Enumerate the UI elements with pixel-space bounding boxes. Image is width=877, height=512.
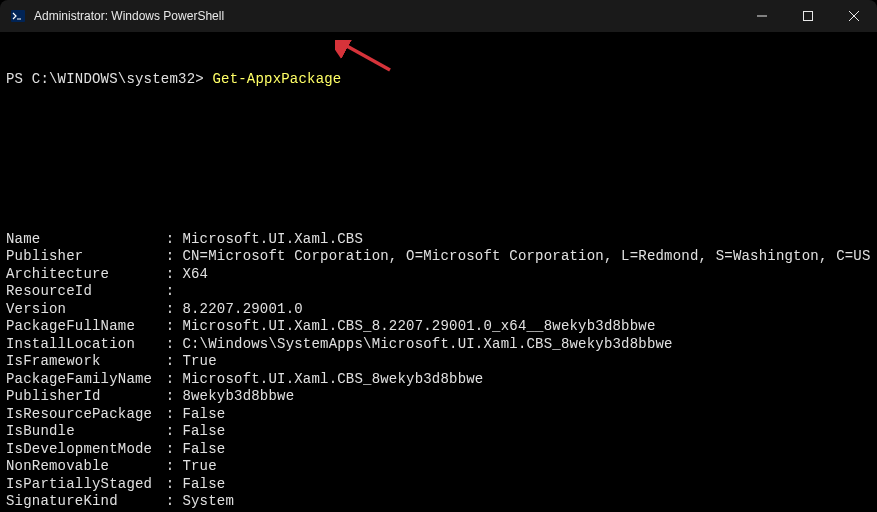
prompt-command: Get-AppxPackage [212, 71, 341, 87]
field-separator: : [166, 283, 183, 301]
field-label: ResourceId [6, 283, 166, 301]
field-row: Publisher: CN=Microsoft Corporation, O=M… [6, 248, 871, 266]
field-value: System [182, 493, 871, 511]
field-separator: : [166, 441, 183, 459]
field-separator: : [166, 353, 183, 371]
field-value: Microsoft.UI.Xaml.CBS [182, 231, 871, 249]
field-separator: : [166, 301, 183, 319]
field-row: IsFramework: True [6, 353, 871, 371]
field-label: PackageFamilyName [6, 371, 166, 389]
maximize-button[interactable] [785, 0, 831, 32]
prompt-line: PS C:\WINDOWS\system32> Get-AppxPackage [6, 71, 871, 89]
field-label: IsPartiallyStaged [6, 476, 166, 494]
field-value: C:\Windows\SystemApps\Microsoft.UI.Xaml.… [182, 336, 871, 354]
field-label: Name [6, 231, 166, 249]
field-row: PackageFamilyName: Microsoft.UI.Xaml.CBS… [6, 371, 871, 389]
field-value: 8wekyb3d8bbwe [182, 388, 871, 406]
titlebar[interactable]: Administrator: Windows PowerShell [0, 0, 877, 32]
field-separator: : [166, 231, 183, 249]
field-row: InstallLocation: C:\Windows\SystemApps\M… [6, 336, 871, 354]
field-label: IsResourcePackage [6, 406, 166, 424]
prompt-path: PS C:\WINDOWS\system32> [6, 71, 212, 87]
field-label: IsBundle [6, 423, 166, 441]
field-label: NonRemovable [6, 458, 166, 476]
field-separator: : [166, 406, 183, 424]
field-separator: : [166, 318, 183, 336]
field-row: ResourceId: [6, 283, 871, 301]
blank-line [6, 126, 871, 144]
field-value [182, 283, 871, 301]
field-label: PublisherId [6, 388, 166, 406]
field-separator: : [166, 336, 183, 354]
field-separator: : [166, 266, 183, 284]
field-row: IsBundle: False [6, 423, 871, 441]
svg-rect-0 [11, 10, 25, 22]
field-value: Microsoft.UI.Xaml.CBS_8.2207.29001.0_x64… [182, 318, 871, 336]
field-label: SignatureKind [6, 493, 166, 511]
close-button[interactable] [831, 0, 877, 32]
field-separator: : [166, 248, 183, 266]
field-value: False [182, 476, 871, 494]
field-value: True [182, 353, 871, 371]
field-label: Version [6, 301, 166, 319]
field-label: IsDevelopmentMode [6, 441, 166, 459]
field-separator: : [166, 476, 183, 494]
field-row: IsResourcePackage: False [6, 406, 871, 424]
field-separator: : [166, 423, 183, 441]
field-value: 8.2207.29001.0 [182, 301, 871, 319]
field-row: IsDevelopmentMode: False [6, 441, 871, 459]
field-value: Microsoft.UI.Xaml.CBS_8wekyb3d8bbwe [182, 371, 871, 389]
field-separator: : [166, 458, 183, 476]
field-label: PackageFullName [6, 318, 166, 336]
svg-rect-3 [804, 12, 813, 21]
field-label: Publisher [6, 248, 166, 266]
field-separator: : [166, 388, 183, 406]
field-row: Version: 8.2207.29001.0 [6, 301, 871, 319]
field-label: Architecture [6, 266, 166, 284]
blank-line [6, 178, 871, 196]
field-row: PackageFullName: Microsoft.UI.Xaml.CBS_8… [6, 318, 871, 336]
window-controls [739, 0, 877, 32]
field-value: False [182, 441, 871, 459]
field-row: Architecture: X64 [6, 266, 871, 284]
terminal-output[interactable]: PS C:\WINDOWS\system32> Get-AppxPackage … [0, 32, 877, 512]
minimize-button[interactable] [739, 0, 785, 32]
field-value: CN=Microsoft Corporation, O=Microsoft Co… [182, 248, 871, 266]
field-separator: : [166, 371, 183, 389]
field-value: False [182, 406, 871, 424]
powershell-icon [10, 8, 26, 24]
field-row: Name: Microsoft.UI.Xaml.CBS [6, 231, 871, 249]
field-label: InstallLocation [6, 336, 166, 354]
field-value: X64 [182, 266, 871, 284]
field-label: IsFramework [6, 353, 166, 371]
field-row: PublisherId: 8wekyb3d8bbwe [6, 388, 871, 406]
field-row: SignatureKind: System [6, 493, 871, 511]
field-value: True [182, 458, 871, 476]
window-title: Administrator: Windows PowerShell [34, 9, 739, 23]
field-row: NonRemovable: True [6, 458, 871, 476]
output-body: Name: Microsoft.UI.Xaml.CBSPublisher: CN… [6, 231, 871, 513]
field-row: IsPartiallyStaged: False [6, 476, 871, 494]
field-separator: : [166, 493, 183, 511]
field-value: False [182, 423, 871, 441]
